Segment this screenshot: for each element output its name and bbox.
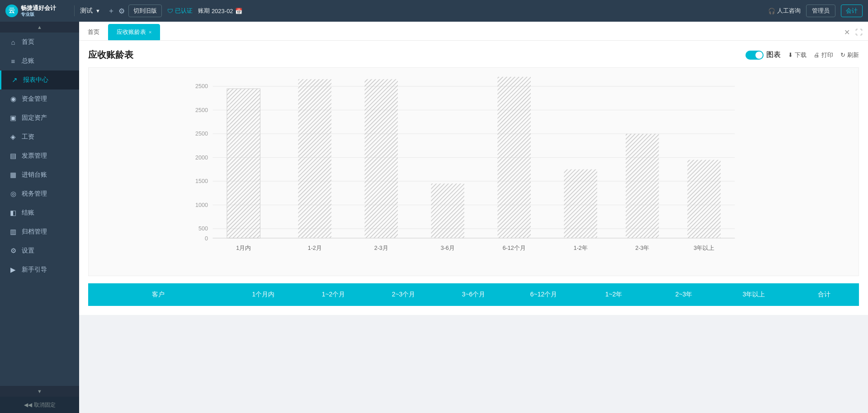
download-icon: ⬇: [788, 52, 793, 58]
tax-icon: ◎: [9, 190, 17, 198]
bar-chart: 2500 2500 2500 2000 1500 1000 500 0: [98, 77, 840, 267]
refresh-button[interactable]: ↻ 刷新: [840, 51, 859, 59]
sidebar-item-reports[interactable]: ↗ 报表中心: [0, 70, 79, 89]
project-dropdown-icon: ▼: [95, 8, 100, 14]
download-button[interactable]: ⬇ 下载: [788, 51, 807, 59]
tab-receivable-aging[interactable]: 应收账龄表 ×: [108, 24, 160, 40]
sidebar-item-close[interactable]: ◧ 结账: [0, 203, 79, 222]
svg-text:500: 500: [198, 225, 208, 232]
print-label: 打印: [821, 51, 833, 59]
project-name: 测试: [80, 7, 93, 15]
download-label: 下载: [795, 51, 807, 59]
tab-bar-right: ✕ ⛶: [842, 26, 868, 40]
topbar-actions: ＋ ⚙ 切到旧版: [108, 5, 162, 17]
salary-icon: ◈: [9, 133, 17, 141]
sidebar-item-tax[interactable]: ◎ 税务管理: [0, 184, 79, 203]
table-header-2-3y: 2~3年: [649, 283, 719, 306]
tab-close-icon[interactable]: ×: [149, 29, 151, 35]
sidebar-item-archive-label: 归档管理: [22, 228, 47, 236]
settings-icon[interactable]: ⚙: [118, 7, 125, 15]
ledger-icon: ≡: [9, 57, 17, 65]
sidebar-item-assets[interactable]: ▣ 固定资产: [0, 108, 79, 127]
tab-home-label: 首页: [88, 28, 99, 36]
svg-text:3-6月: 3-6月: [441, 245, 455, 251]
guide-icon: ▶: [9, 266, 17, 274]
settings-sidebar-icon: ⚙: [9, 247, 17, 255]
main-layout: ▲ ⌂ 首页 ≡ 总账 ↗ 报表中心 ◉ 资金管理 ▣ 固定资产: [0, 22, 868, 413]
svg-text:3年以上: 3年以上: [693, 245, 714, 251]
period-value: 2023-02: [212, 8, 233, 14]
tab-home[interactable]: 首页: [79, 24, 108, 40]
sidebar-item-sales-label: 进销台账: [22, 171, 47, 179]
sidebar-scroll-down[interactable]: ▼: [0, 386, 79, 397]
sidebar-item-settings[interactable]: ⚙ 设置: [0, 241, 79, 260]
sidebar-item-finance[interactable]: ◉ 资金管理: [0, 89, 79, 108]
consult-button[interactable]: 🎧 人工咨询: [768, 7, 801, 15]
table-header-1m: 1个月内: [228, 283, 298, 306]
svg-text:6-12个月: 6-12个月: [503, 245, 526, 251]
refresh-label: 刷新: [847, 51, 859, 59]
table-header-6-12m: 6~12个月: [509, 283, 579, 306]
sidebar-scroll-up[interactable]: ▲: [0, 22, 79, 33]
sidebar-item-ledger[interactable]: ≡ 总账: [0, 52, 79, 70]
sidebar-pin-bar[interactable]: ◀◀ 取消固定: [0, 397, 79, 413]
add-button[interactable]: ＋: [108, 6, 115, 16]
sidebar-item-sales[interactable]: ▦ 进销台账: [0, 165, 79, 184]
pin-icon: ◀◀: [24, 402, 32, 408]
sales-icon: ▦: [9, 171, 17, 179]
table-header-1-2m: 1~2个月: [298, 283, 368, 306]
svg-text:2000: 2000: [195, 155, 208, 161]
svg-text:1-2年: 1-2年: [574, 245, 588, 251]
bar-7: [626, 134, 659, 238]
bar-4: [431, 183, 465, 238]
report-title: 应收账龄表: [88, 49, 133, 61]
reports-icon: ↗: [10, 76, 19, 84]
certified-badge: 🛡 已认证: [167, 7, 193, 15]
chart-toggle-switch[interactable]: [745, 51, 764, 60]
sidebar-item-home[interactable]: ⌂ 首页: [0, 33, 79, 52]
invoice-icon: ▤: [9, 152, 17, 160]
sidebar-item-finance-label: 资金管理: [22, 95, 47, 103]
role-button[interactable]: 会计: [841, 5, 863, 17]
table-header-client: 客户: [88, 283, 228, 306]
logo-main: 畅捷通好会计: [21, 5, 56, 12]
shield-icon: 🛡: [167, 8, 173, 14]
logo-text: 畅捷通好会计 专业版: [21, 5, 56, 17]
chart-area: 2500 2500 2500 2000 1500 1000 500 0: [88, 67, 859, 276]
sidebar-scroll: ⌂ 首页 ≡ 总账 ↗ 报表中心 ◉ 资金管理 ▣ 固定资产 ◈ 工资: [0, 33, 79, 386]
print-button[interactable]: 🖨 打印: [814, 51, 833, 59]
chart-toggle: 图表: [745, 50, 781, 60]
svg-text:1500: 1500: [195, 178, 208, 184]
archive-icon: ▥: [9, 228, 17, 236]
table-header: 客户 1个月内 1~2个月 2~3个月 3~6个月 6~12个月 1~2年 2~…: [88, 283, 859, 306]
user-button[interactable]: 管理员: [806, 5, 835, 17]
app-logo: 云 畅捷通好会计 专业版: [5, 5, 69, 17]
svg-text:1-2月: 1-2月: [308, 245, 322, 251]
sidebar-item-invoice-label: 发票管理: [22, 152, 47, 160]
topbar-divider: [74, 5, 75, 16]
logo-icon: 云: [5, 5, 18, 17]
sidebar-item-archive[interactable]: ▥ 归档管理: [0, 222, 79, 241]
finance-icon: ◉: [9, 95, 17, 103]
sidebar-item-invoice[interactable]: ▤ 发票管理: [0, 146, 79, 165]
old-version-button[interactable]: 切到旧版: [128, 5, 162, 17]
tab-active-label: 应收账龄表: [117, 28, 146, 36]
tab-expand-icon[interactable]: ⛶: [854, 27, 864, 38]
sidebar-item-reports-label: 报表中心: [23, 76, 48, 84]
calendar-icon[interactable]: 📅: [235, 8, 242, 14]
report-actions: 图表 ⬇ 下载 🖨 打印 ↻ 刷新: [745, 50, 859, 60]
table-header-2-3m: 2~3个月: [368, 283, 439, 306]
svg-text:0: 0: [205, 235, 208, 242]
period-info: 账期 2023-02 📅: [198, 7, 242, 15]
table-header-3y-plus: 3年以上: [719, 283, 789, 306]
project-selector[interactable]: 测试 ▼: [80, 7, 100, 15]
close-period-icon: ◧: [9, 209, 17, 217]
tab-close-window-icon[interactable]: ✕: [842, 26, 852, 38]
sidebar-item-salary[interactable]: ◈ 工资: [0, 127, 79, 146]
logo-sub: 专业版: [21, 12, 56, 17]
sidebar-item-salary-label: 工资: [22, 133, 34, 141]
sidebar-item-guide[interactable]: ▶ 新手引导: [0, 260, 79, 279]
svg-text:2-3年: 2-3年: [635, 245, 649, 251]
period-label: 账期: [198, 7, 210, 15]
svg-text:1月内: 1月内: [236, 245, 251, 251]
